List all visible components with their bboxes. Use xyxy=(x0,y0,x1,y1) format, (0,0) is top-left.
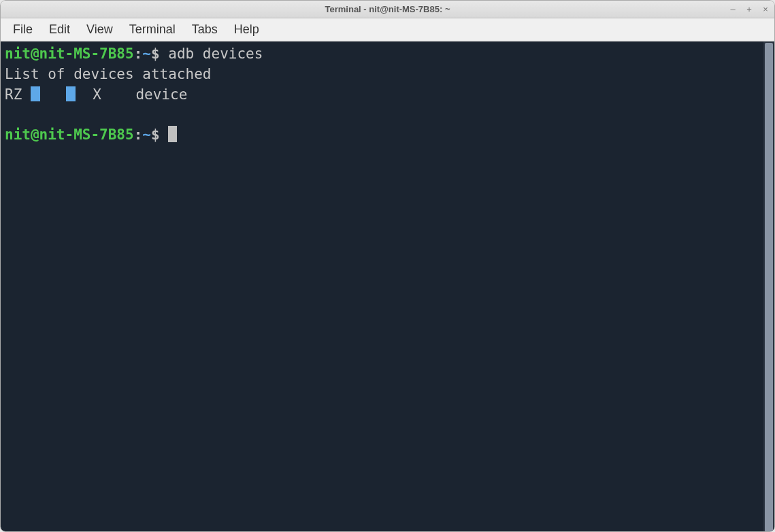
menu-edit[interactable]: Edit xyxy=(42,20,77,39)
terminal-output-line-1: List of devices attached xyxy=(5,65,770,85)
prompt-colon: : xyxy=(134,127,143,143)
prompt-path: ~ xyxy=(142,127,151,143)
prompt-path: ~ xyxy=(142,46,151,62)
titlebar[interactable]: Terminal - nit@nit-MS-7B85: ~ – + × xyxy=(1,1,774,18)
device-id-prefix: RZ xyxy=(5,86,22,103)
prompt-dollar: $ xyxy=(151,127,160,143)
terminal-blank-line xyxy=(5,105,770,125)
menu-help[interactable]: Help xyxy=(227,20,266,39)
window-title: Terminal - nit@nit-MS-7B85: ~ xyxy=(325,4,450,14)
cursor xyxy=(168,126,177,142)
prompt-user: nit@nit-MS-7B85 xyxy=(5,127,134,143)
command-text: adb devices xyxy=(168,46,263,62)
device-status: device xyxy=(135,86,187,103)
menu-file[interactable]: File xyxy=(6,20,39,39)
close-button[interactable]: × xyxy=(761,5,770,14)
device-id-mid: X xyxy=(93,86,101,103)
scrollbar[interactable] xyxy=(763,41,774,531)
maximize-button[interactable]: + xyxy=(744,5,754,14)
menu-terminal[interactable]: Terminal xyxy=(122,20,182,39)
prompt-user: nit@nit-MS-7B85 xyxy=(5,46,134,62)
minimize-button[interactable]: – xyxy=(728,5,738,14)
menu-view[interactable]: View xyxy=(80,20,120,39)
prompt-colon: : xyxy=(134,46,143,62)
terminal-body[interactable]: nit@nit-MS-7B85:~$ adb devicesList of de… xyxy=(1,41,774,531)
terminal-output-line-2: RZ X device xyxy=(5,85,770,105)
redacted-block xyxy=(66,86,76,101)
terminal-window: Terminal - nit@nit-MS-7B85: ~ – + × File… xyxy=(0,0,775,532)
prompt-dollar: $ xyxy=(151,46,160,62)
terminal-line-1: nit@nit-MS-7B85:~$ adb devices xyxy=(5,44,770,65)
redacted-block xyxy=(31,86,40,101)
window-controls: – + × xyxy=(728,1,770,18)
terminal-prompt-line: nit@nit-MS-7B85:~$ xyxy=(5,125,770,146)
scrollbar-thumb[interactable] xyxy=(765,43,773,531)
menu-tabs[interactable]: Tabs xyxy=(185,20,225,39)
menubar: File Edit View Terminal Tabs Help xyxy=(1,18,774,41)
